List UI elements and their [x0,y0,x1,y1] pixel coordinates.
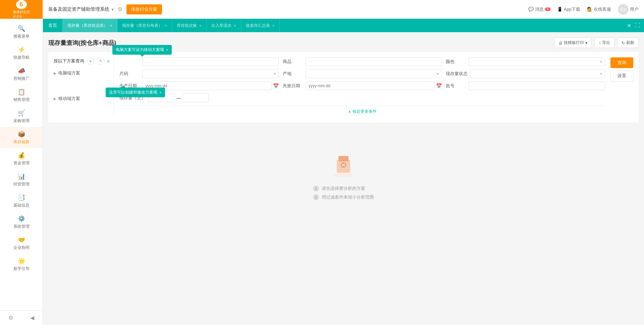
color-select[interactable]: ▾ [469,57,605,66]
tab-close-icon-0[interactable]: ✕ [110,24,112,28]
color-select-arrow: ▾ [600,59,602,64]
filter-row-2: 尺码 ▾ 产地 ▾ [119,69,605,78]
header-settings-btn[interactable]: ⚙ [118,6,122,12]
purchase-icon: 🛒 [18,109,25,117]
warehouse-select[interactable]: ··· [142,57,279,66]
add-scheme-tooltip: 电脑方案可设为移动方案哦 × [112,45,172,55]
filter-panel: 按以下方案查询 + ✎ « 电脑方案可设为移动方案哦 × ▶ 电脑端方案 [48,52,639,122]
size-select[interactable]: ▾ [142,69,279,78]
tab-expand-icon[interactable]: ⛶ [635,22,640,29]
filter-field-size: 尺码 ▾ [119,69,279,78]
online-service-btn[interactable]: 💁 在线客服 [587,6,611,12]
tab-right: ✕ ⛶ [627,19,644,32]
status-select[interactable]: ▾ [470,69,605,78]
filter-row-4: 现存量（主） — [119,94,605,102]
empty-tip-2: 2 用过滤条件来缩小分析范围 [313,194,374,200]
tab-close-icon-2[interactable]: ✕ [199,24,202,28]
print-template-btn[interactable]: 🖨 按模板打印 ▾ [554,38,592,48]
export-btn[interactable]: ↑ 导出 [594,38,614,48]
sidebar-item-quick[interactable]: ⚡ 快捷导航 [0,43,43,64]
filter-field-expire-date: 失效日期 📅 [283,82,442,90]
expire-date-label: 失效日期 [283,83,303,89]
tab-close-all-icon[interactable]: ✕ [627,22,631,29]
produce-date-calendar-icon[interactable]: 📅 [273,83,279,89]
scheme-list-mobile: ▶ 移动端方案 [54,94,110,103]
logo-icon: 6 [16,0,27,9]
filter-edit-btn[interactable]: ✎ [97,57,104,65]
search-btn[interactable]: 查询 [610,57,633,68]
sidebar-item-purchase[interactable]: 🛒 采购管理 [0,106,43,127]
phone-icon: 📱 [557,7,562,12]
basic-icon: 📑 [18,194,25,201]
reset-btn[interactable]: 设置 [610,70,633,82]
sidebar-footer: ⚙ ◀ [0,310,43,325]
app-download-btn[interactable]: 📱 App下载 [557,6,580,12]
warehouse-dots[interactable]: ··· [145,59,149,64]
guide-icon: 🌟 [18,257,25,265]
tab-inventory-status[interactable]: 现存量（库存状况表） ✕ [63,19,117,32]
print-icon: 🖨 [558,41,562,45]
tab-inout-flow[interactable]: 出入库流水 ✕ [207,19,241,32]
sidebar-item-sales[interactable]: 📋 销售管理 [0,85,43,106]
empty-tips: 1 请先选择要分析的方案 2 用过滤条件来缩小分析范围 [313,185,374,203]
page-content: 现存量查询(按仓库+商品) 🖨 按模板打印 ▾ ↑ 导出 ↻ 刷新 [43,32,644,325]
logo-text: 畅通好生意 标准版 [13,10,30,19]
message-btn[interactable]: 💬 消息 8 [528,6,550,12]
filter-row-3: 生产日期 📅 失效日期 📅 [119,82,605,90]
filter-header: 按以下方案查询 + ✎ « [54,57,110,65]
tab-close-icon-4[interactable]: ✕ [272,24,275,28]
sidebar-item-finance[interactable]: 💰 资金管理 [0,148,43,169]
product-label: 商品 [283,59,303,65]
scheme-left: 按以下方案查询 + ✎ « 电脑方案可设为移动方案哦 × ▶ 电脑端方案 [54,57,114,117]
top-header: 装备及固定资产辅助管理系统 ▾ ⚙ 体验行业方案 💬 消息 8 📱 App下载 … [43,0,644,19]
sidebar-item-operation[interactable]: 📊 经营管理 [0,169,43,191]
sidebar-logo: 6 畅通好生意 标准版 [0,0,43,19]
print-dropdown-icon[interactable]: ▾ [585,41,587,45]
batch-input[interactable] [469,82,605,90]
expire-date-from[interactable] [306,82,435,90]
expire-date-calendar-icon[interactable]: 📅 [436,83,442,89]
tab-close-icon-1[interactable]: ✕ [164,24,167,28]
sidebar-item-basic[interactable]: 📑 基础信息 [0,191,43,212]
sidebar-item-system[interactable]: ⚙️ 系统管理 [0,212,43,233]
sidebar-item-guide[interactable]: 🌟 新手引导 [0,254,43,275]
industry-btn[interactable]: 体验行业方案 [126,4,162,14]
filter-header-label: 按以下方案查询 [54,58,84,64]
scheme-tooltip-close[interactable]: × [159,90,162,95]
filter-field-origin: 产地 ▾ [283,69,442,78]
empty-state: 1 请先选择要分析的方案 2 用过滤条件来缩小分析范围 [48,126,639,223]
system-dropdown-icon[interactable]: ▾ [111,7,114,12]
status-select-arrow: ▾ [600,71,602,76]
sidebar-item-search[interactable]: 🔍 搜索菜单 [0,21,43,43]
collapse-bar[interactable]: ∧ 收起更多条件 [119,106,605,117]
service-icon: 💁 [587,7,592,12]
footer-settings-btn[interactable]: ⚙ [8,315,13,321]
tip-num-2: 2 [313,194,319,200]
tab-inventory-distribution[interactable]: 现存量（库存分布表） ✕ [117,19,172,32]
filter-arrow-btn[interactable]: « [107,58,110,64]
export-icon: ↑ [599,41,601,45]
scheme-item-mobile[interactable]: ▶ 移动端方案 [54,94,110,103]
tab-home[interactable]: 首页 [43,19,63,32]
origin-label: 产地 [283,71,303,77]
refresh-btn[interactable]: ↻ 刷新 [617,38,639,48]
filter-add-btn[interactable]: + [87,57,94,65]
tab-batch-account[interactable]: 库存批次账 ✕ [172,19,207,32]
scheme-item-desktop[interactable]: ▶ 电脑端方案 [54,69,110,77]
origin-select[interactable]: ▾ [306,69,442,78]
message-icon: 💬 [528,7,534,12]
inventory-max[interactable] [182,94,209,102]
sidebar-item-marketing[interactable]: 📣 营销推广 [0,64,43,85]
tab-close-icon-3[interactable]: ✕ [233,24,236,28]
product-select[interactable]: ··· [306,57,442,66]
sidebar-item-enterprise[interactable]: 🤝 企业协同 [0,233,43,254]
sales-icon: 📋 [18,88,25,96]
user-btn[interactable]: Ea 用户 [618,4,639,15]
add-tooltip-close[interactable]: × [166,48,168,52]
tab-summary[interactable]: 收发存汇总表 ✕ [241,19,280,32]
enterprise-icon: 🤝 [18,236,25,243]
sidebar-item-inventory[interactable]: 📦 库存核算 [0,127,43,148]
footer-collapse-btn[interactable]: ◀ [30,315,34,321]
product-dots[interactable]: ··· [309,59,312,64]
filter-field-status: 现存量状态 ▾ [446,69,605,78]
